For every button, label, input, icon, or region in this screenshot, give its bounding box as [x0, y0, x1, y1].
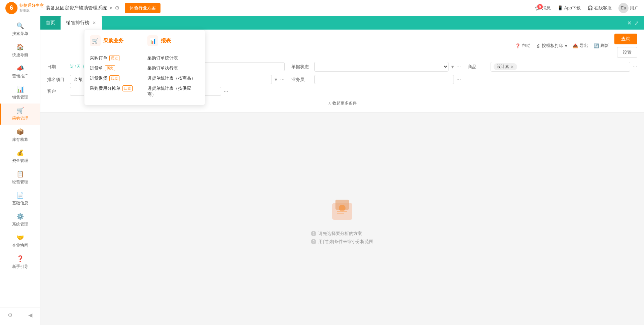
query-button[interactable]: 查询 [614, 34, 637, 44]
tab-sales-ranking[interactable]: 销售排行榜 ✕ [61, 16, 102, 30]
sidebar-item-system[interactable]: ⚙️ 系统管理 [0, 209, 40, 231]
doc-status-select[interactable] [314, 62, 449, 72]
purchase-dropdown-menu: 🛒 采购业务 采购订单 历史 进货单 历史 进货退货 历史 [84, 30, 205, 105]
export-label: 导出 [579, 43, 588, 49]
main-layout: 🔍 搜索菜单 🏠 快捷导航 📣 营销推广 📊 销售管理 🛒 采购管理 📦 库存核… [0, 16, 644, 325]
dropdown-item-purchase-order-exec[interactable]: 采购订单执行表 [147, 63, 200, 73]
purchase-col-title: 采购业务 [103, 38, 123, 44]
collapse-text: 收起更多条件 [332, 100, 357, 106]
content-area: 首页 销售排行榜 ✕ ✕ ⤢ ❓ 帮助 🖨 按模板打印 [40, 16, 644, 325]
setting-button[interactable]: 设置 [617, 47, 637, 58]
empty-state: 1 请先选择要分析的方案 2 用[过滤]条件来缩小分析范围 [40, 113, 644, 325]
dropdown-item-purchase-order-stats[interactable]: 采购订单统计表 [147, 53, 200, 63]
print-dropdown-icon[interactable]: ▾ [565, 43, 567, 48]
dropdown-item-purchase-expense[interactable]: 采购费用分摊单 历史 [90, 83, 142, 93]
bottom-collapse-icon[interactable]: ◀ [28, 312, 32, 318]
reports-col: 📊 报表 采购订单统计表 采购订单执行表 进货单统计表（按商品） 进货单统计 [147, 35, 200, 99]
cooperation-icon: 🤝 [16, 234, 24, 241]
marketing-icon: 📣 [16, 65, 24, 72]
online-service-label: 在线客服 [594, 5, 612, 11]
sidebar-item-finance[interactable]: 💰 资金管理 [0, 146, 40, 167]
purchase-order-label: 采购订单 [90, 55, 107, 61]
help-btn[interactable]: ❓ 帮助 [515, 43, 531, 49]
search-menu-icon: 🔍 [16, 22, 24, 30]
sidebar-item-marketing[interactable]: 📣 营销推广 [0, 61, 40, 82]
system-name: 装备及固定资产辅助管理系统 [46, 5, 107, 11]
purchase-expense-history-badge: 历史 [122, 85, 133, 91]
sales-icon: 📊 [16, 86, 24, 93]
date-label: 日期 [47, 64, 67, 70]
purchase-order-history-badge: 历史 [109, 55, 119, 61]
salesperson-label: 业务员 [291, 77, 312, 83]
sidebar-item-inventory[interactable]: 📦 库存核算 [0, 125, 40, 146]
purchase-icon: 🛒 [16, 107, 24, 114]
stock-in-label: 进货单 [90, 65, 103, 71]
sidebar-label-guide: 新手引导 [12, 264, 28, 270]
purchase-col: 🛒 采购业务 采购订单 历史 进货单 历史 进货退货 历史 [90, 35, 142, 99]
stock-stats-supplier-label: 进货单统计表（按供应商） [147, 85, 200, 97]
message-item[interactable]: 💬 9 消息 [535, 5, 551, 11]
empty-tip-2: 2 用[过滤]条件来缩小分析范围 [311, 239, 373, 245]
sidebar-item-search-menu[interactable]: 🔍 搜索菜单 [0, 19, 40, 40]
date-quick-7days[interactable]: 近7天 [70, 64, 80, 70]
sidebar-label-quick-nav: 快捷导航 [12, 52, 28, 58]
tab-close-icon[interactable]: ✕ [92, 20, 97, 26]
sidebar-item-basic-info[interactable]: 📄 基础信息 [0, 188, 40, 209]
system-dropdown-icon[interactable]: ▾ [110, 5, 112, 11]
goods-ellipsis[interactable]: ··· [633, 64, 637, 70]
tab-home[interactable]: 首页 [40, 16, 61, 30]
sidebar: 🔍 搜索菜单 🏠 快捷导航 📣 营销推广 📊 销售管理 🛒 采购管理 📦 库存核… [0, 16, 40, 325]
sidebar-item-quick-nav[interactable]: 🏠 快捷导航 [0, 40, 40, 61]
tip-text-2: 用[过滤]条件来缩小分析范围 [318, 239, 373, 245]
app-download-item[interactable]: 📱 App下载 [558, 5, 581, 11]
dropdown-cols: 🛒 采购业务 采购订单 历史 进货单 历史 进货退货 历史 [90, 35, 200, 99]
doc-status-dropdown-icon[interactable]: ▾ [451, 64, 454, 70]
empty-tips: 1 请先选择要分析的方案 2 用[过滤]条件来缩小分析范围 [311, 231, 373, 245]
rank-ellipsis[interactable]: ··· [280, 77, 284, 83]
goods-label: 商品 [468, 64, 488, 70]
dropdown-item-stock-return[interactable]: 进货退货 历史 [90, 73, 142, 83]
stock-in-history-badge: 历史 [105, 65, 115, 71]
svg-point-2 [339, 205, 346, 211]
dropdown-item-stock-stats-by-goods[interactable]: 进货单统计表（按商品） [147, 73, 200, 83]
message-label: 消息 [542, 5, 551, 11]
purchase-expense-label: 采购费用分摊单 [90, 85, 120, 91]
refresh-btn[interactable]: 🔄 刷新 [594, 43, 609, 49]
online-service-item[interactable]: 🎧 在线客服 [587, 5, 612, 11]
bottom-settings-icon[interactable]: ⚙ [8, 312, 12, 318]
sidebar-item-guide[interactable]: ❓ 新手引导 [0, 252, 40, 273]
rank-dropdown-icon[interactable]: ▾ [275, 76, 277, 83]
topbar-right: 💬 9 消息 📱 App下载 🎧 在线客服 Ea 用户 [535, 3, 639, 13]
industry-btn[interactable]: 体验行业方案 [125, 3, 160, 13]
filter-salesperson: 业务员 ··· [291, 75, 461, 84]
help-label: 帮助 [522, 43, 531, 49]
sidebar-item-operations[interactable]: 📋 经营管理 [0, 167, 40, 188]
system-icon: ⚙️ [16, 213, 24, 220]
goods-tag-close[interactable]: ✕ [510, 65, 514, 69]
settings-icon[interactable]: ⚙ [115, 5, 119, 11]
user-item[interactable]: Ea 用户 [618, 3, 639, 13]
reports-col-header: 📊 报表 [147, 35, 200, 49]
dropdown-item-stock-in[interactable]: 进货单 历史 [90, 63, 142, 73]
stock-return-history-badge: 历史 [109, 75, 119, 81]
purchase-col-header: 🛒 采购业务 [90, 35, 142, 49]
sidebar-item-cooperation[interactable]: 🤝 企业协同 [0, 231, 40, 252]
sidebar-label-cooperation: 企业协同 [12, 243, 28, 248]
doc-status-ellipsis[interactable]: ··· [457, 64, 461, 70]
print-btn[interactable]: 🖨 按模板打印 ▾ [536, 43, 567, 49]
tab-expand-icon[interactable]: ⤢ [634, 20, 639, 26]
reports-col-title: 报表 [161, 38, 171, 44]
message-badge: 9 [537, 4, 543, 9]
customer-ellipsis[interactable]: ··· [224, 88, 228, 94]
sidebar-label-search-menu: 搜索菜单 [12, 31, 28, 37]
sidebar-item-purchase[interactable]: 🛒 采购管理 [0, 104, 40, 125]
tab-bar: 首页 销售排行榜 ✕ ✕ ⤢ [40, 16, 644, 30]
dropdown-item-purchase-order[interactable]: 采购订单 历史 [90, 53, 142, 63]
salesperson-input[interactable] [314, 75, 454, 84]
tip-num-2: 2 [311, 239, 316, 244]
salesperson-ellipsis[interactable]: ··· [457, 77, 461, 83]
export-btn[interactable]: 📤 导出 [573, 43, 588, 49]
sidebar-item-sales[interactable]: 📊 销售管理 [0, 82, 40, 104]
tab-close-all-icon[interactable]: ✕ [627, 20, 632, 26]
dropdown-item-stock-stats-by-supplier[interactable]: 进货单统计表（按供应商） [147, 83, 200, 99]
